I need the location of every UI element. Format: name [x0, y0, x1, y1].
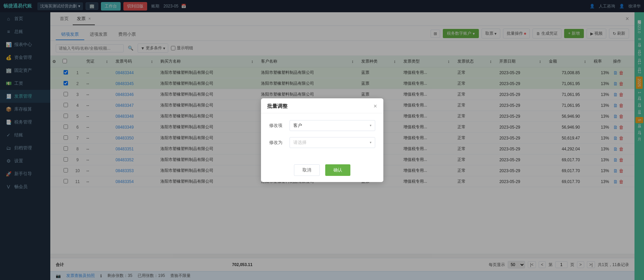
modal-title: 批量调整	[267, 103, 288, 110]
value-chevron-icon: ▾	[370, 141, 371, 144]
modal-overlay: 批量调整 × 修改项 客户 ▾ 修改为 请选择 ▾ 取消 确认	[0, 0, 644, 280]
modal-header: 批量调整 ×	[261, 98, 383, 113]
value-label: 修改为	[269, 139, 290, 146]
field-row: 修改项 客户 ▾	[269, 120, 375, 131]
modal-body: 修改项 客户 ▾ 修改为 请选择 ▾	[261, 113, 383, 161]
modal-footer: 取消 确认	[261, 161, 383, 182]
modal-close-btn[interactable]: ×	[373, 103, 377, 109]
field-select[interactable]: 客户 ▾	[290, 120, 375, 131]
field-value: 客户	[293, 122, 302, 129]
field-label: 修改项	[269, 122, 290, 129]
field-chevron-icon: ▾	[370, 123, 371, 127]
batch-adjust-modal: 批量调整 × 修改项 客户 ▾ 修改为 请选择 ▾ 取消 确认	[261, 98, 383, 182]
value-select[interactable]: 请选择 ▾	[290, 137, 375, 148]
confirm-btn[interactable]: 确认	[325, 164, 350, 176]
cancel-btn[interactable]: 取消	[294, 164, 320, 176]
value-placeholder: 请选择	[293, 139, 307, 146]
value-row: 修改为 请选择 ▾	[269, 137, 375, 148]
